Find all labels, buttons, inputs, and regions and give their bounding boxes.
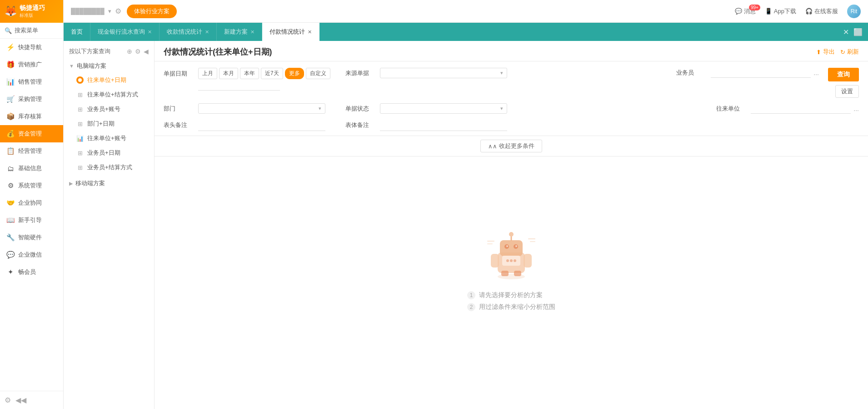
table-scheme-icon: ⊞: [76, 149, 84, 157]
contact-dots[interactable]: ...: [853, 105, 859, 112]
sidebar-item-purchase[interactable]: 🛒 采购管理: [0, 91, 63, 108]
tab-payment[interactable]: 付款情况统计 ✕: [262, 23, 319, 41]
basic-icon: 🗂: [6, 164, 15, 172]
tab-home-label: 首页: [71, 28, 83, 36]
online-service-btn[interactable]: 🎧 在线客服: [805, 7, 838, 15]
svg-rect-12: [501, 271, 509, 276]
dept-select[interactable]: ▾: [198, 103, 325, 114]
scheme-settings-icon[interactable]: ⚙: [135, 48, 141, 55]
scheme-desktop-group: ▼ 电脑端方案 往来单位+日期 ⊞ 往来单位+结算方式 ⊞ 业务员+账号: [64, 59, 154, 175]
svg-point-6: [506, 245, 508, 247]
tab-new-scheme[interactable]: 新建方案 ✕: [217, 23, 262, 41]
contact-input[interactable]: [751, 104, 851, 114]
scheme-item-staff-settle[interactable]: ⊞ 业务员+结算方式: [64, 160, 154, 175]
collapse-btn[interactable]: ∧∧ 收起更多条件: [480, 140, 542, 152]
sidebar-item-marketing[interactable]: 🎁 营销推广: [0, 56, 63, 73]
refresh-btn[interactable]: ↻ 刷新: [840, 48, 859, 56]
user-avatar[interactable]: Rit: [847, 5, 861, 18]
sidebar-item-basic[interactable]: 🗂 基础信息: [0, 160, 63, 177]
status-select[interactable]: ▾: [380, 103, 507, 114]
tab-new-scheme-close[interactable]: ✕: [250, 29, 254, 35]
empty-tip-1: 1 请先选择要分析的方案: [467, 291, 555, 299]
sidebar-search[interactable]: 🔍 搜索菜单: [0, 23, 63, 39]
tab-cashflow-label: 现金银行流水查询: [98, 28, 145, 36]
header-note-input[interactable]: [198, 119, 325, 131]
phone-icon: 📱: [765, 8, 772, 15]
date-this-month-btn[interactable]: 本月: [219, 68, 238, 79]
svg-point-16: [510, 259, 513, 262]
scheme-mobile-group-title[interactable]: ▶ 移动端方案: [64, 177, 154, 190]
export-icon: ⬆: [816, 49, 821, 56]
date-custom-btn[interactable]: 自定义: [306, 68, 330, 79]
sidebar-item-label: 畅会员: [18, 268, 36, 276]
sidebar-item-operation[interactable]: 📋 经营管理: [0, 142, 63, 160]
topbar-settings-icon[interactable]: ⚙: [115, 7, 121, 15]
body-note-input[interactable]: [380, 119, 507, 131]
source-select[interactable]: ▾: [380, 68, 507, 78]
scheme-item-contact-settle[interactable]: ⊞ 往来单位+结算方式: [64, 87, 154, 102]
messages-btn[interactable]: 💬 消息 99+: [735, 7, 756, 15]
tab-new-scheme-label: 新建方案: [224, 28, 248, 36]
scheme-add-icon[interactable]: ⊕: [127, 48, 132, 55]
sidebar-footer: ⚙ ◀◀: [0, 391, 63, 409]
sidebar-item-finance[interactable]: 💰 资金管理: [0, 125, 63, 142]
date-more-btn[interactable]: 更多: [285, 68, 304, 79]
date-last-month-btn[interactable]: 上月: [198, 68, 217, 79]
sidebar-item-sales[interactable]: 📊 销售管理: [0, 73, 63, 91]
sidebar-item-inventory[interactable]: 📦 库存核算: [0, 108, 63, 125]
settings-footer-icon[interactable]: ⚙: [5, 396, 11, 404]
tab-payment-close[interactable]: ✕: [308, 29, 312, 35]
scheme-item-dept-date[interactable]: ⊞ 部门+日期: [64, 116, 154, 131]
sidebar-item-quicknav[interactable]: ⚡ 快捷导航: [0, 39, 63, 56]
date-btn-group: 上月 本月 本年 近7天 更多 自定义: [198, 68, 330, 79]
tab-receipt-close[interactable]: ✕: [205, 29, 209, 35]
sidebar-item-enterprise[interactable]: 🤝 企业协同: [0, 194, 63, 212]
filter-section: 单据日期 上月 本月 本年 近7天 更多 自定义 2022-01-01 至 20…: [155, 61, 868, 136]
operation-icon: 📋: [6, 147, 15, 155]
tabs-close-all-icon[interactable]: ✕: [843, 28, 849, 36]
tabs-maximize-icon[interactable]: ⬜: [853, 28, 863, 36]
staff-dots[interactable]: ...: [813, 69, 819, 76]
sidebar-item-vip[interactable]: ✦ 畅会员: [0, 263, 63, 281]
scheme-collapse-icon[interactable]: ◀: [144, 48, 149, 55]
scheme-panel-actions: ⊕ ⚙ ◀: [127, 48, 149, 55]
sidebar-item-label: 销售管理: [18, 78, 42, 86]
collapse-sidebar-icon[interactable]: ◀◀: [15, 396, 26, 404]
avatar-text: Rit: [851, 8, 858, 15]
scheme-item-label: 部门+日期: [87, 120, 115, 128]
scheme-item-label: 业务员+日期: [87, 149, 120, 157]
scheme-desktop-group-title[interactable]: ▼ 电脑端方案: [64, 59, 154, 73]
topbar-right: 💬 消息 99+ 📱 App下载 🎧 在线客服 Rit: [735, 5, 861, 18]
sidebar-item-weixin[interactable]: 💬 企业微信: [0, 246, 63, 263]
query-btn[interactable]: 查询: [828, 68, 859, 81]
sidebar-item-hardware[interactable]: 🔧 智能硬件: [0, 229, 63, 246]
app-download-btn[interactable]: 📱 App下载: [765, 7, 796, 15]
trial-btn[interactable]: 体验行业方案: [127, 5, 177, 18]
export-label: 导出: [823, 48, 835, 56]
tab-cashflow[interactable]: 现金银行流水查询 ✕: [90, 23, 160, 41]
scheme-item-contact-account[interactable]: 📊 往来单位+账号: [64, 131, 154, 146]
sidebar-item-label: 企业微信: [18, 251, 42, 259]
guide-icon: 📖: [6, 216, 15, 224]
page-title: 付款情况统计(往来单位+日期): [164, 46, 272, 57]
sidebar-item-guide[interactable]: 📖 新手引导: [0, 212, 63, 229]
scheme-item-contact-date[interactable]: 往来单位+日期: [64, 73, 154, 87]
sidebar-item-system[interactable]: ⚙ 系统管理: [0, 177, 63, 194]
scheme-item-staff-account[interactable]: ⊞ 业务员+账号: [64, 102, 154, 116]
tab-receipt[interactable]: 收款情况统计 ✕: [160, 23, 217, 41]
date-last-7days-btn[interactable]: 近7天: [261, 68, 283, 79]
tab-home[interactable]: 首页: [64, 23, 90, 41]
settings-btn[interactable]: 设置: [835, 85, 859, 98]
staff-input[interactable]: [711, 68, 811, 78]
table-scheme-icon: ⊞: [76, 120, 84, 127]
export-btn[interactable]: ⬆ 导出: [816, 48, 835, 56]
date-range-input[interactable]: 2022-01-01 至 2022-12-31: [198, 81, 280, 91]
sidebar-item-label: 采购管理: [18, 95, 42, 103]
scheme-item-staff-date[interactable]: ⊞ 业务员+日期: [64, 146, 154, 160]
date-this-year-btn[interactable]: 本年: [240, 68, 259, 79]
sidebar-nav: ⚡ 快捷导航 🎁 营销推广 📊 销售管理 🛒 采购管理 📦 库存核算 💰 资金管…: [0, 39, 63, 391]
company-dropdown-icon[interactable]: ▾: [108, 8, 111, 15]
sidebar-item-label: 营销推广: [18, 61, 42, 69]
date-label: 单据日期: [164, 68, 195, 78]
tab-cashflow-close[interactable]: ✕: [148, 29, 152, 35]
